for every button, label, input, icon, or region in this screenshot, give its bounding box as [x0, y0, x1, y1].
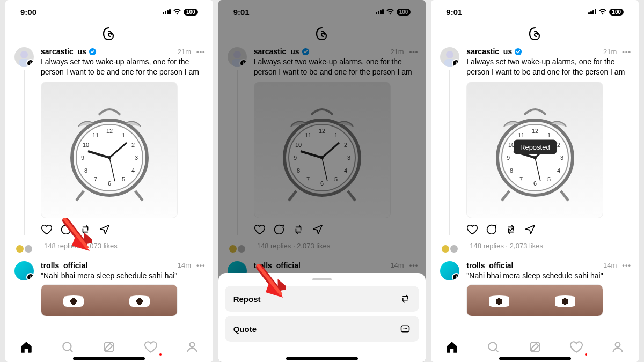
- username[interactable]: sarcastic_us: [41, 47, 86, 56]
- time: 9:01: [446, 8, 462, 17]
- sheet-grabber[interactable]: [312, 278, 332, 280]
- avatar[interactable]: +: [14, 261, 34, 280]
- likes-count[interactable]: 2,073 likes: [510, 242, 543, 250]
- repost-icon: [400, 293, 411, 304]
- likes-count[interactable]: 2,073 likes: [84, 242, 117, 250]
- tab-search[interactable]: [486, 340, 500, 354]
- tab-activity[interactable]: [569, 340, 583, 354]
- replies-count[interactable]: 148 replies: [44, 242, 78, 250]
- post[interactable]: + trolls_official 14m ••• Nahi bhai mera…: [5, 261, 213, 316]
- action-sheet: Repost Quote: [218, 273, 426, 362]
- time: 9:00: [20, 8, 36, 17]
- threads-logo[interactable]: [431, 24, 639, 47]
- quote-option[interactable]: Quote: [225, 316, 420, 342]
- more-options-button[interactable]: •••: [622, 261, 631, 269]
- avatar[interactable]: +: [440, 261, 459, 280]
- quote-option-label: Quote: [233, 324, 257, 334]
- post-text: Nahi bhai mera sleep schedule sahi hai: [466, 271, 631, 281]
- tab-profile[interactable]: [611, 340, 625, 354]
- reposted-toast: Reposted: [514, 140, 557, 154]
- tab-compose[interactable]: [102, 340, 116, 354]
- repost-option[interactable]: Repost: [225, 286, 420, 312]
- username[interactable]: sarcastic_us: [466, 47, 512, 56]
- battery-level: 100: [184, 9, 198, 16]
- status-bar: 9:00 100: [5, 0, 213, 24]
- notification-dot-icon: [159, 353, 162, 356]
- reply-button[interactable]: [486, 224, 497, 235]
- tab-search[interactable]: [61, 340, 75, 354]
- post[interactable]: + sarcastic_us 21m••• I always set two w…: [431, 47, 639, 235]
- svg-point-29: [20, 51, 28, 58]
- like-button[interactable]: [41, 224, 53, 235]
- threads-logo[interactable]: [5, 24, 213, 47]
- notification-dot-icon: [585, 353, 587, 356]
- avatar[interactable]: +: [440, 47, 459, 67]
- wifi-icon: [598, 9, 607, 15]
- more-options-button[interactable]: •••: [196, 48, 206, 56]
- post-image[interactable]: [41, 82, 178, 218]
- tab-compose[interactable]: [528, 340, 542, 354]
- replier-avatars[interactable]: [15, 244, 33, 254]
- like-button[interactable]: [466, 224, 478, 235]
- home-indicator[interactable]: [499, 357, 571, 360]
- screen-1: 9:00 100 + sarcastic_us 21m: [5, 0, 213, 362]
- post-image[interactable]: Reposted: [466, 82, 603, 218]
- battery-level: 100: [609, 9, 624, 16]
- username[interactable]: trolls_official: [466, 261, 513, 270]
- tab-home[interactable]: [19, 340, 33, 354]
- home-indicator[interactable]: [286, 357, 358, 360]
- tab-home[interactable]: [445, 340, 459, 354]
- avatar[interactable]: +: [14, 47, 34, 67]
- quote-icon: [400, 323, 411, 334]
- replies-count[interactable]: 148 replies: [470, 242, 504, 250]
- repost-button[interactable]: [79, 224, 91, 235]
- replier-avatars[interactable]: [441, 244, 459, 254]
- screen-2: 9:01 100 + sarcastic_us 21m•••: [218, 0, 426, 362]
- add-follow-icon[interactable]: +: [26, 59, 34, 67]
- wifi-icon: [173, 9, 181, 15]
- post-time: 14m: [178, 261, 191, 269]
- cellular-signal-icon: [163, 9, 171, 14]
- cellular-signal-icon: [588, 9, 596, 14]
- reply-button[interactable]: [60, 224, 72, 235]
- add-follow-icon[interactable]: +: [452, 273, 459, 280]
- post-text: I always set two wake-up alarms, one for…: [41, 57, 206, 77]
- repost-option-label: Repost: [233, 294, 261, 304]
- repost-button-active[interactable]: [505, 224, 517, 235]
- svg-point-33: [446, 51, 453, 58]
- share-button[interactable]: [524, 224, 536, 235]
- add-follow-icon[interactable]: +: [452, 59, 459, 67]
- share-button[interactable]: [99, 224, 111, 235]
- screen-3: 9:01 100 + sarcastic_us 21m•••: [431, 0, 639, 362]
- post-image[interactable]: [466, 284, 603, 316]
- post[interactable]: + sarcastic_us 21m ••• I always set two …: [5, 47, 213, 235]
- post[interactable]: + trolls_official 14m••• Nahi bhai mera …: [431, 261, 639, 316]
- status-bar: 9:01 100: [431, 0, 639, 24]
- post-time: 21m: [178, 48, 191, 56]
- tab-activity[interactable]: [144, 340, 158, 354]
- post-time: 14m: [603, 261, 617, 269]
- verified-badge-icon: [89, 48, 97, 56]
- thread-line: [449, 70, 450, 235]
- more-options-button[interactable]: •••: [622, 48, 631, 56]
- thread-line: [24, 70, 25, 235]
- add-follow-icon[interactable]: +: [26, 273, 34, 280]
- verified-badge-icon: [514, 48, 522, 56]
- username[interactable]: trolls_official: [41, 261, 87, 270]
- home-indicator[interactable]: [73, 357, 145, 360]
- tab-profile[interactable]: [185, 340, 199, 354]
- post-image[interactable]: [41, 284, 178, 316]
- post-text: I always set two wake-up alarms, one for…: [466, 57, 631, 77]
- post-text: Nahi bhai mera sleep schedule sahi hai: [41, 271, 206, 281]
- post-time: 21m: [603, 48, 617, 56]
- more-options-button[interactable]: •••: [196, 261, 206, 269]
